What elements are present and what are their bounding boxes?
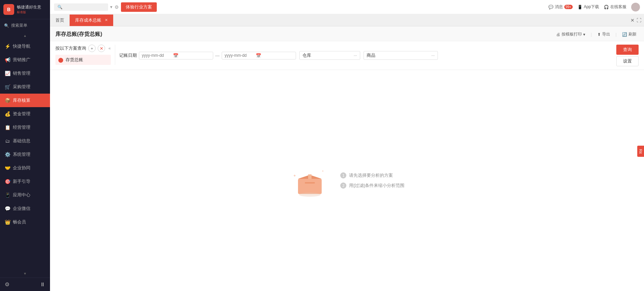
scheme-item-inventory[interactable]: ⬤ 存货总账 bbox=[55, 55, 111, 65]
topbar: 🔍 ▾ ⚙ 体验行业方案 💬 消息 99+ 📱 App下载 🎧 在线客服 bbox=[50, 0, 644, 14]
topbar-dropdown-icon[interactable]: ▾ bbox=[110, 4, 113, 9]
refresh-btn[interactable]: 🔄 刷新 bbox=[620, 30, 639, 38]
calendar-start-icon[interactable]: 📅 bbox=[173, 53, 178, 58]
filter-clear-btn[interactable]: ✕ bbox=[98, 45, 105, 52]
product-filter-group[interactable]: 商品 ··· bbox=[364, 51, 438, 60]
empty-illustration: ✦ ✦ bbox=[290, 160, 330, 201]
divider2: | bbox=[616, 32, 617, 37]
message-item[interactable]: 💬 消息 99+ bbox=[548, 4, 573, 10]
tab-home-label: 首页 bbox=[55, 17, 64, 23]
search-menu-item[interactable]: 🔍 搜索菜单 bbox=[0, 19, 50, 32]
topbar-search-icon: 🔍 bbox=[57, 5, 63, 9]
export-btn[interactable]: ⬆ 导出 bbox=[595, 30, 612, 38]
close-panel-icon[interactable]: ✕ bbox=[630, 18, 635, 23]
date-separator: — bbox=[215, 53, 220, 58]
sidebar-item-label: 畅会员 bbox=[13, 219, 26, 225]
svg-marker-1 bbox=[298, 175, 308, 179]
sidebar-item-purchase[interactable]: 🛒 采购管理 bbox=[0, 80, 50, 94]
purchase-icon: 🛒 bbox=[5, 84, 10, 90]
svg-point-7 bbox=[299, 193, 321, 197]
sidebar-item-enterprise[interactable]: 🤝 企业协同 bbox=[0, 161, 50, 175]
expand-icon[interactable]: ⛶ bbox=[637, 18, 641, 23]
tab-inventory-label: 库存成本总账 bbox=[75, 17, 101, 23]
app-download-icon: 📱 bbox=[577, 5, 583, 9]
sidebar-item-label: 销售管理 bbox=[13, 70, 30, 76]
empty-illustration-svg: ✦ ✦ bbox=[290, 160, 330, 201]
query-btn[interactable]: 查询 bbox=[616, 45, 639, 55]
divider1: | bbox=[591, 32, 592, 37]
sidebar-item-system[interactable]: ⚙️ 系统管理 bbox=[0, 148, 50, 161]
message-badge: 99+ bbox=[564, 5, 573, 9]
filter-row1: 记账日期 📅 — 📅 仓库 bbox=[119, 45, 639, 66]
tab-close-icon[interactable]: ✕ bbox=[105, 18, 108, 22]
warehouse-more-icon[interactable]: ··· bbox=[354, 53, 357, 58]
scroll-down-area: ▼ bbox=[0, 270, 50, 277]
wechat-icon: 💬 bbox=[5, 206, 10, 211]
right-panel-tab[interactable]: Rit bbox=[637, 146, 644, 157]
online-support-item[interactable]: 🎧 在线客服 bbox=[604, 4, 626, 10]
refresh-icon: 🔄 bbox=[622, 32, 627, 37]
sidebar-item-member[interactable]: 👑 畅会员 bbox=[0, 215, 50, 229]
message-icon: 💬 bbox=[548, 5, 553, 9]
sidebar-item-guide[interactable]: 🎯 新手引导 bbox=[0, 175, 50, 188]
tab-inventory-ledger[interactable]: 库存成本总账 ✕ bbox=[70, 15, 113, 26]
print-dropdown-icon: ▾ bbox=[583, 32, 585, 37]
app-center-icon: 📱 bbox=[5, 192, 10, 198]
settings-btn[interactable]: 设置 bbox=[616, 56, 639, 66]
scroll-down-btn[interactable]: ▼ bbox=[23, 271, 27, 276]
system-icon: ⚙️ bbox=[5, 152, 10, 157]
sidebar-item-label: 经营管理 bbox=[13, 124, 30, 130]
empty-state: ✦ ✦ 1 请先选择要分析的方案 2 用[过滤]条件来缩小分析范围 bbox=[50, 70, 644, 291]
svg-rect-3 bbox=[308, 174, 312, 179]
sidebar-item-label: 应用中心 bbox=[13, 192, 30, 198]
svg-marker-2 bbox=[312, 175, 322, 179]
topbar-search-box[interactable]: 🔍 bbox=[54, 3, 108, 11]
sidebar-item-wechat[interactable]: 💬 企业微信 bbox=[0, 202, 50, 215]
sidebar-item-label: 营销推广 bbox=[13, 57, 30, 63]
print-template-btn[interactable]: 🖨 按模板打印 ▾ bbox=[554, 30, 587, 38]
basic-icon: 🗂 bbox=[5, 138, 10, 144]
sidebar-item-label: 库存核算 bbox=[13, 97, 30, 103]
sidebar-item-operation[interactable]: 📋 经营管理 bbox=[0, 121, 50, 134]
user-avatar[interactable] bbox=[631, 3, 640, 11]
date-start-input-group: 📅 bbox=[139, 52, 213, 59]
sidebar-item-app-center[interactable]: 📱 应用中心 bbox=[0, 188, 50, 202]
filter-label: 按以下方案查询 bbox=[55, 45, 86, 51]
warehouse-filter-group[interactable]: 仓库 ··· bbox=[299, 51, 360, 60]
filter-add-btn[interactable]: + bbox=[88, 45, 96, 52]
marketing-icon: 📢 bbox=[5, 57, 10, 63]
operation-icon: 📋 bbox=[5, 125, 10, 130]
tip-num-2: 2 bbox=[340, 183, 346, 189]
tab-home[interactable]: 首页 bbox=[50, 15, 70, 26]
industry-btn[interactable]: 体验行业方案 bbox=[121, 2, 157, 12]
settings-icon[interactable]: ⚙ bbox=[5, 281, 9, 288]
audio-icon[interactable]: ⏸ bbox=[40, 282, 45, 288]
sidebar-item-basic[interactable]: 🗂 基础信息 bbox=[0, 134, 50, 148]
calendar-end-icon[interactable]: 📅 bbox=[256, 53, 261, 58]
sidebar-item-quick-nav[interactable]: ⚡ 快捷导航 bbox=[0, 40, 50, 53]
sidebar-item-sales[interactable]: 📈 销售管理 bbox=[0, 67, 50, 80]
date-field-label: 记账日期 bbox=[119, 52, 137, 58]
export-icon: ⬆ bbox=[597, 32, 601, 37]
sidebar-item-marketing[interactable]: 📢 营销推广 bbox=[0, 53, 50, 67]
tip-text-1: 请先选择要分析的方案 bbox=[349, 172, 393, 178]
product-more-icon[interactable]: ··· bbox=[431, 53, 435, 58]
logo-icon: B bbox=[3, 4, 14, 15]
scheme-panel: 按以下方案查询 + ✕ « ⬤ 存货总账 bbox=[55, 45, 115, 65]
date-end-input[interactable] bbox=[225, 53, 254, 58]
date-start-input[interactable] bbox=[142, 53, 172, 58]
sidebar-item-inventory[interactable]: 📦 库存核算 bbox=[0, 94, 50, 107]
message-label: 消息 bbox=[555, 4, 563, 10]
topbar-settings-icon[interactable]: ⚙ bbox=[115, 4, 119, 10]
guide-icon: 🎯 bbox=[5, 179, 10, 184]
filter-collapse-btn[interactable]: « bbox=[108, 46, 111, 51]
quick-nav-icon: ⚡ bbox=[5, 44, 10, 49]
filter-fields: 记账日期 📅 — 📅 仓库 bbox=[119, 45, 639, 70]
app-download-item[interactable]: 📱 App下载 bbox=[577, 4, 599, 10]
sidebar: B 畅捷通好生意 标准版 🔍 搜索菜单 ▲ ⚡ 快捷导航 📢 营销推广 📈 销售… bbox=[0, 0, 50, 291]
scroll-up-btn[interactable]: ▲ bbox=[23, 33, 27, 38]
refresh-label: 刷新 bbox=[628, 31, 637, 37]
sidebar-item-finance[interactable]: 💰 资金管理 bbox=[0, 107, 50, 121]
sidebar-item-label: 企业协同 bbox=[13, 165, 30, 171]
filter-header: 按以下方案查询 + ✕ « bbox=[55, 45, 111, 52]
